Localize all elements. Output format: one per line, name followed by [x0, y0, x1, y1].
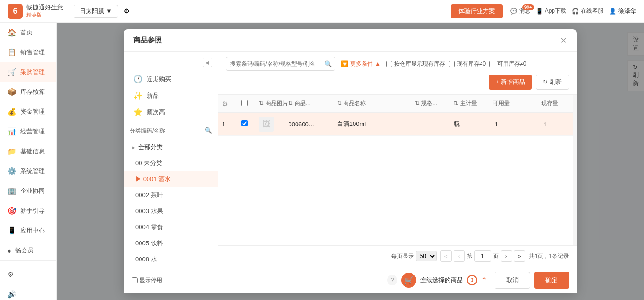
- qf-label-frequent: 频次高: [147, 108, 165, 117]
- scroll-bar[interactable]: [573, 95, 577, 245]
- product-search-input[interactable]: [226, 60, 321, 67]
- message-badge: 99+: [522, 4, 534, 10]
- th-unit[interactable]: ⇅ 主计量: [450, 95, 489, 113]
- modal-footer: 显示停用 ? 🛒 连续选择的商品 0 ⌃ 取消 确定: [124, 267, 577, 293]
- modal-title: 商品参照: [133, 36, 162, 45]
- category-0008[interactable]: 0008 水: [124, 251, 218, 267]
- warehouse-filter[interactable]: 按仓库显示现有库存: [386, 60, 445, 68]
- next-page-button[interactable]: ›: [501, 250, 512, 262]
- store-selector[interactable]: 日太阳膜 ▼: [74, 5, 118, 18]
- logo-icon: 6: [8, 4, 23, 19]
- select-all-checkbox[interactable]: [241, 100, 248, 106]
- category-00[interactable]: 00 未分类: [124, 155, 218, 171]
- refresh-button[interactable]: ↻ 刷新: [536, 75, 569, 90]
- th-spec[interactable]: ⇅ 规格...: [411, 95, 450, 113]
- sidebar-item-system[interactable]: ⚙️系统管理: [0, 161, 56, 181]
- category-0002[interactable]: 0002 茶叶: [124, 187, 218, 203]
- table-row[interactable]: 1 🖼 000600... 白酒100ml 瓶 -1 -1: [218, 113, 577, 136]
- cancel-button[interactable]: 取消: [495, 272, 530, 289]
- th-available: 可用量: [489, 95, 537, 113]
- sidebar-item-volume[interactable]: 🔊: [0, 284, 56, 300]
- cat-label-0008: 0008 水: [135, 256, 157, 263]
- category-0004[interactable]: 0004 零食: [124, 219, 218, 235]
- online-service-button[interactable]: 🎧 在线客服: [572, 7, 603, 15]
- add-product-button[interactable]: + 新增商品: [489, 75, 532, 90]
- sidebar-item-purchase[interactable]: 🛒采购管理: [0, 62, 56, 82]
- page-size-select[interactable]: 50: [416, 251, 437, 261]
- available-stock-filter[interactable]: 可用库存≠0: [489, 60, 526, 68]
- modal-header: 商品参照 ✕: [124, 29, 577, 52]
- sidebar-item-guide[interactable]: 🎯新手引导: [0, 201, 56, 221]
- sidebar-item-basics[interactable]: 📁基础信息: [0, 142, 56, 161]
- product-image-0: 🖼: [259, 117, 274, 132]
- category-search-input[interactable]: [130, 127, 203, 134]
- page-nav: ⊲ ‹ 第 页 › ⊳: [440, 250, 525, 262]
- cart-area: ? 🛒 连续选择的商品 0 ⌃: [387, 273, 487, 288]
- category-0001[interactable]: ▶ 0001 酒水: [124, 171, 218, 187]
- experience-button[interactable]: 体验行业方案: [451, 4, 503, 18]
- chevron-down-icon: ▼: [106, 8, 112, 15]
- footer-buttons: 取消 确定: [495, 272, 569, 289]
- prev-page-button[interactable]: ‹: [454, 250, 465, 262]
- cat-label-0005: 0005 饮料: [135, 240, 163, 247]
- cat-label-00: 00 未分类: [135, 159, 162, 167]
- cell-checkbox-0: [238, 113, 255, 136]
- collapse-button[interactable]: ◀: [203, 58, 212, 67]
- help-icon[interactable]: ?: [387, 275, 397, 285]
- sidebar-label-guide: 新手引导: [20, 207, 45, 215]
- cell-stock-0: -1: [537, 113, 577, 136]
- last-page-button[interactable]: ⊳: [514, 250, 525, 262]
- current-stock-checkbox[interactable]: [449, 61, 455, 67]
- category-all[interactable]: ▶全部分类: [124, 139, 218, 155]
- modal-right-panel: 🔍 🔽 更多条件 ▲ 按仓库显示现有库存: [218, 52, 577, 267]
- category-0003[interactable]: 0003 水果: [124, 203, 218, 219]
- warehouse-checkbox[interactable]: [386, 61, 392, 67]
- sidebar-item-inventory[interactable]: 📦库存核算: [0, 82, 56, 102]
- sort-icon-unit: ⇅: [454, 100, 458, 107]
- sidebar-item-home[interactable]: 🏠首页: [0, 23, 56, 42]
- sidebar-item-sales[interactable]: 📋销售管理: [0, 42, 56, 62]
- cart-collapse-icon[interactable]: ⌃: [481, 276, 487, 285]
- sidebar-item-member[interactable]: ♦畅会员: [0, 241, 56, 260]
- category-search-box: 🔍: [124, 124, 218, 137]
- sidebar-item-settings[interactable]: ⚙: [0, 265, 56, 284]
- quick-filter-new[interactable]: ✨新品: [128, 87, 214, 104]
- show-disabled-checkbox[interactable]: 显示停用: [132, 276, 162, 284]
- more-filters-button[interactable]: 🔽 更多条件 ▲: [339, 60, 382, 68]
- disabled-checkbox[interactable]: [132, 277, 138, 283]
- quick-filter-frequent[interactable]: ⭐频次高: [128, 104, 214, 120]
- page-number-input[interactable]: [474, 250, 491, 262]
- sidebar-item-enterprise[interactable]: 🏢企业协同: [0, 181, 56, 201]
- settings-icon[interactable]: ⚙: [124, 8, 130, 15]
- sidebar-label-enterprise: 企业协同: [20, 187, 45, 195]
- category-0005[interactable]: 0005 饮料: [124, 235, 218, 251]
- th-code[interactable]: ⇅ 商品...: [284, 95, 333, 113]
- quick-filter-recent[interactable]: 🕐近期购买: [128, 71, 214, 87]
- current-stock-filter[interactable]: 现有库存≠0: [449, 60, 486, 68]
- sidebar-item-operations[interactable]: 📊经营管理: [0, 122, 56, 142]
- first-page-button[interactable]: ⊲: [440, 250, 452, 262]
- modal-close-button[interactable]: ✕: [560, 36, 567, 45]
- modal-overlay: 商品参照 ✕ ◀ 🕐近期购买✨新品⭐频次高 🔍: [57, 23, 644, 300]
- cat-label-all: 全部分类: [138, 143, 163, 151]
- page-size-selector: 每页显示 50: [391, 251, 437, 261]
- product-table-wrapper: ⚙ ⇅ 商品图片 ⇅ 商品... ⇅ 商品名称 ⇅ 规格... ⇅ 主计量 可用…: [218, 95, 577, 245]
- product-search-button[interactable]: 🔍: [321, 57, 335, 71]
- sidebar-item-finance[interactable]: 💰资金管理: [0, 102, 56, 122]
- sidebar-icon-basics: 📁: [8, 147, 17, 156]
- th-img[interactable]: ⇅ 商品图片: [255, 95, 284, 113]
- sidebar-item-apps[interactable]: 📱应用中心: [0, 221, 56, 241]
- cart-button[interactable]: 🛒: [401, 273, 416, 288]
- available-stock-checkbox[interactable]: [489, 61, 495, 67]
- category-list: ▶全部分类00 未分类▶ 0001 酒水0002 茶叶0003 水果0004 零…: [124, 137, 218, 267]
- message-button[interactable]: 💬 99+ 消息: [510, 7, 530, 15]
- row-checkbox-0[interactable]: [241, 120, 248, 126]
- app-download-button[interactable]: 📱 App下载: [536, 7, 566, 15]
- th-name[interactable]: ⇅ 商品名称: [333, 95, 411, 113]
- table-settings-icon[interactable]: ⚙: [222, 100, 228, 108]
- category-search-icon[interactable]: 🔍: [205, 127, 212, 134]
- confirm-button[interactable]: 确定: [534, 272, 569, 289]
- user-avatar[interactable]: 👤 徐泽华: [609, 7, 636, 16]
- sidebar-label-sales: 销售管理: [20, 48, 45, 57]
- th-stock: 现存量: [537, 95, 577, 113]
